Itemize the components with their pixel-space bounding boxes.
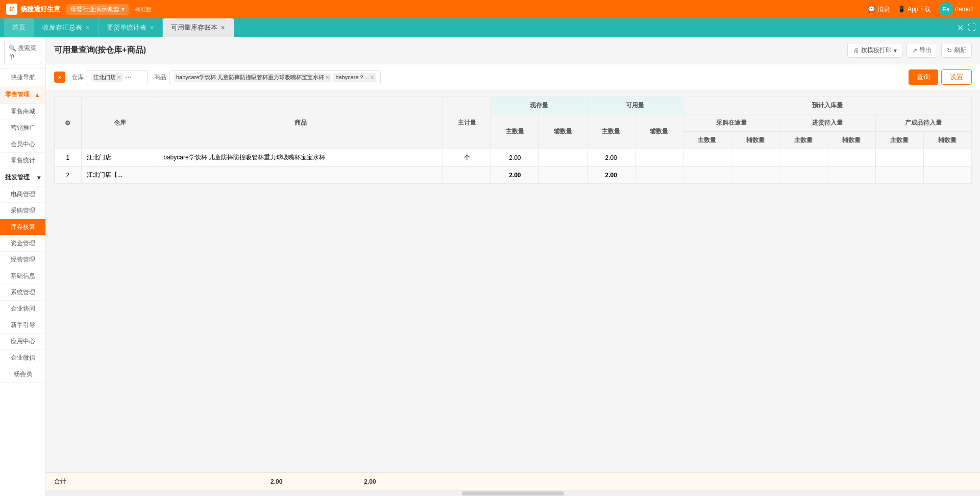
sidebar-item-operation[interactable]: 经营管理 <box>0 252 45 268</box>
row1-purchase-aux <box>731 149 779 167</box>
print-icon: 🖨 <box>853 47 859 54</box>
tab-receive[interactable]: 收发存汇总表 ✕ <box>34 18 99 37</box>
refresh-icon: ↻ <box>947 47 952 54</box>
th-incoming-main: 主数量 <box>779 132 827 149</box>
row2-incoming-main <box>779 167 827 184</box>
sidebar-quick-nav[interactable]: 快捷导航 <box>0 69 45 86</box>
th-incoming: 进货待入量 <box>779 114 875 132</box>
th-settings[interactable]: ⚙ <box>55 97 82 149</box>
user-profile[interactable]: Ea demo2 <box>939 2 974 16</box>
sidebar-item-newbie[interactable]: 新手引导 <box>0 317 45 334</box>
row2-purchase-aux <box>731 167 779 184</box>
tab-close-all-icon[interactable]: ✕ <box>957 23 964 33</box>
sidebar-search-button[interactable]: 🔍 搜索菜单 <box>4 41 41 64</box>
tab-available[interactable]: 可用量库存账本 ✕ <box>163 18 234 37</box>
refresh-button[interactable]: ↻ 刷新 <box>941 43 972 58</box>
print-button[interactable]: 🖨 按模板打印 ▾ <box>847 43 902 58</box>
tab-available-close[interactable]: ✕ <box>220 25 225 31</box>
sidebar-item-ecommerce[interactable]: 电商管理 <box>0 186 45 203</box>
quick-nav-label: 快捷导航 <box>11 74 35 81</box>
row1-avail-main: 2.00 <box>587 149 635 167</box>
filter-bar: » 仓库 江北门店 ✕ ··· 商品 babycare学饮杯 儿童防摔防撞吸管杯… <box>46 64 980 90</box>
table-footer: 合计 2.00 2.00 <box>46 472 980 490</box>
warehouse-filter-field[interactable]: 江北门店 ✕ ··· <box>87 70 148 84</box>
org-selector[interactable]: 母婴行业演示账套 ▾ <box>66 4 129 15</box>
row1-unit: 个 <box>443 149 491 167</box>
table-area: ⚙ 仓库 商品 主计量 现存量 可用量 预计入库量 主数量 辅数量 主数量 辅数… <box>46 90 980 472</box>
sidebar-item-basic[interactable]: 基础信息 <box>0 268 45 285</box>
th-warehouse: 仓库 <box>81 97 158 149</box>
th-incoming-aux: 辅数量 <box>827 132 875 149</box>
page-actions: 🖨 按模板打印 ▾ ↗ 导出 ↻ 刷新 <box>847 43 972 58</box>
row2-avail-aux <box>635 167 683 184</box>
sidebar-item-system[interactable]: 系统管理 <box>0 285 45 301</box>
filter-expand-button[interactable]: » <box>54 72 65 83</box>
retail-label: 零售管理 <box>5 90 30 99</box>
page-title: 可用量查询(按仓库+商品) <box>54 45 146 56</box>
sidebar-item-wechat[interactable]: 企业微信 <box>0 350 45 366</box>
sidebar-item-purchase[interactable]: 采购管理 <box>0 203 45 219</box>
export-button[interactable]: ↗ 导出 <box>906 43 937 58</box>
appstore-label: 应用中心 <box>11 338 35 345</box>
row2-stock-aux <box>539 167 587 184</box>
tab-home-label: 首页 <box>12 23 26 32</box>
sidebar-section-wholesale[interactable]: 批发管理 ▾ <box>0 169 45 186</box>
setting-button[interactable]: 设置 <box>941 69 972 85</box>
tab-receive-close[interactable]: ✕ <box>85 25 90 31</box>
app-download-button[interactable]: 📱 App下载 <box>898 5 930 14</box>
sidebar-item-appstore[interactable]: 应用中心 <box>0 334 45 350</box>
tab-home[interactable]: 首页 <box>4 18 34 37</box>
product-filter-label: 商品 <box>154 73 166 82</box>
th-stock-main: 主数量 <box>491 114 539 149</box>
inventory-label: 库存核算 <box>11 223 35 230</box>
user-avatar: Ea <box>939 2 953 16</box>
th-avail-aux: 辅数量 <box>635 114 683 149</box>
th-purchase-main: 主数量 <box>683 132 731 149</box>
product-filter-field[interactable]: babycare学饮杯 儿童防摔防撞吸管杯重力球吸嘴杯宝宝水杯 ✕ babyca… <box>169 70 381 84</box>
tab-order-stat-close[interactable]: ✕ <box>150 25 154 31</box>
sidebar: 🔍 搜索菜单 快捷导航 零售管理 ▲ 零售商城 营销推广 会员中心 零售统计 批… <box>0 37 46 496</box>
scroll-thumb[interactable] <box>462 491 564 495</box>
avatar-text: Ea <box>943 6 949 12</box>
sidebar-item-member[interactable]: 会员中心 <box>0 136 45 153</box>
finance-label: 资金管理 <box>11 240 35 247</box>
sidebar-item-retail-stat[interactable]: 零售统计 <box>0 153 45 169</box>
sidebar-item-finance[interactable]: 资金管理 <box>0 235 45 252</box>
footer-label: 合计 <box>54 477 66 486</box>
download-icon: 📱 <box>898 6 905 13</box>
message-button[interactable]: 💬 消息 <box>868 5 890 14</box>
row2-finished-aux <box>923 167 971 184</box>
footer-stock-total: 2.00 <box>271 478 282 485</box>
row1-stock-aux <box>539 149 587 167</box>
sidebar-section-retail[interactable]: 零售管理 ▲ <box>0 86 45 104</box>
sidebar-search-label: 搜索菜单 <box>9 44 36 60</box>
warehouse-ellipsis[interactable]: ··· <box>125 73 132 82</box>
row1-stock-main: 2.00 <box>491 149 539 167</box>
tab-order-stat-label: 要货单统计表 <box>107 23 146 32</box>
product-tag1-text: babycare学饮杯 儿童防摔防撞吸管杯重力球吸嘴杯宝宝水杯 <box>176 74 324 81</box>
enterprise-label: 企业协同 <box>11 305 35 312</box>
sidebar-item-enterprise[interactable]: 企业协同 <box>0 301 45 317</box>
row2-purchase-main <box>683 167 731 184</box>
warehouse-filter-group: 仓库 江北门店 ✕ ··· <box>71 70 148 84</box>
tab-receive-label: 收发存汇总表 <box>42 23 82 32</box>
th-stock-aux: 辅数量 <box>539 114 587 149</box>
page-header: 可用量查询(按仓库+商品) 🖨 按模板打印 ▾ ↗ 导出 ↻ 刷新 <box>46 37 980 64</box>
warehouse-filter-tag: 江北门店 ✕ <box>91 73 123 82</box>
warehouse-tag-remove[interactable]: ✕ <box>117 75 121 80</box>
product-tag2-remove[interactable]: ✕ <box>370 75 374 80</box>
sidebar-item-marketing[interactable]: 营销推广 <box>0 120 45 136</box>
app-logo: 好 畅捷通好生意 <box>6 4 60 15</box>
tab-fullscreen-icon[interactable]: ⛶ <box>968 23 976 32</box>
wholesale-toggle-icon: ▾ <box>37 174 40 181</box>
query-button[interactable]: 查询 <box>909 69 938 85</box>
product-tag1-remove[interactable]: ✕ <box>325 75 329 80</box>
tab-order-stat[interactable]: 要货单统计表 ✕ <box>99 18 163 37</box>
purchase-label: 采购管理 <box>11 207 35 214</box>
sidebar-item-vip[interactable]: 畅会员 <box>0 366 45 383</box>
top-bar: 好 畅捷通好生意 母婴行业演示账套 ▾ 标准版 💬 消息 📱 App下载 Ea … <box>0 0 980 18</box>
sidebar-item-retail-store[interactable]: 零售商城 <box>0 104 45 120</box>
sidebar-item-inventory[interactable]: 库存核算 <box>0 219 45 235</box>
row2-finished-main <box>875 167 923 184</box>
footer-avail-total: 2.00 <box>364 478 376 485</box>
